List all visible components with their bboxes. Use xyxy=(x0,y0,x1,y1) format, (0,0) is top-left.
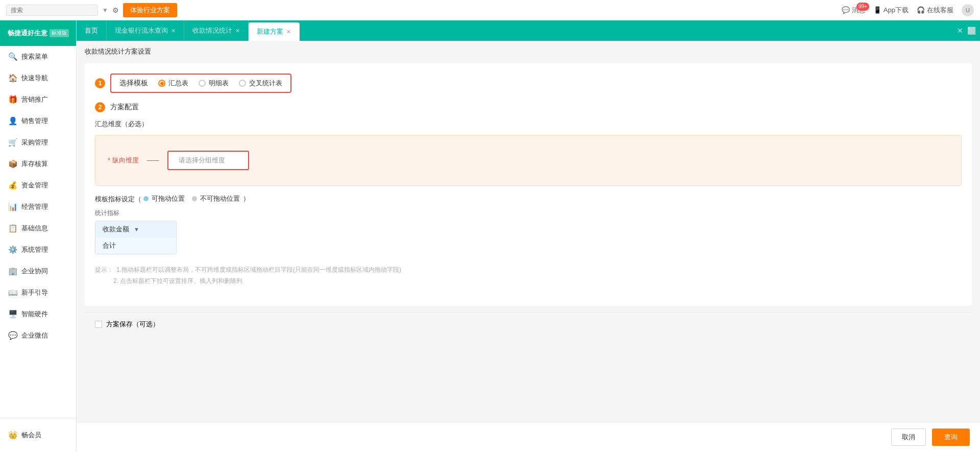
save-label: 方案保存（可选） xyxy=(106,320,159,329)
cancel-button[interactable]: 取消 xyxy=(891,429,926,446)
sidebar-item-search-menu[interactable]: 🔍 搜索菜单 xyxy=(0,46,76,67)
sidebar-label: 企业微信 xyxy=(21,331,48,340)
radio-detail-label: 明细表 xyxy=(209,79,229,88)
sidebar-item-capital[interactable]: 💰 资金管理 xyxy=(0,175,76,196)
sidebar-label: 资金管理 xyxy=(21,181,48,190)
sidebar-label: 营销推广 xyxy=(21,95,48,104)
gift-icon: 🎁 xyxy=(8,95,17,104)
sidebar-label: 库存核算 xyxy=(21,159,48,169)
sidebar-label: 销售管理 xyxy=(21,116,48,126)
logo-tag: 标准版 xyxy=(50,29,69,37)
sidebar-label: 畅会员 xyxy=(21,431,41,440)
radio-summary[interactable]: 汇总表 xyxy=(158,79,188,88)
tab-receipt-stats-close-icon[interactable]: ✕ xyxy=(235,28,240,34)
tip-label: 提示： xyxy=(95,265,113,276)
tab-new-plan-close-icon[interactable]: ✕ xyxy=(286,29,291,35)
col-header-text: 收款金额 xyxy=(103,225,129,234)
sidebar-label: 基础信息 xyxy=(21,224,48,233)
tab-bank-flow[interactable]: 现金银行流水查询 ✕ xyxy=(107,20,184,41)
service-btn[interactable]: 🎧 在线客服 xyxy=(917,6,953,15)
top-bar-left: ▼ ⚙ 体验行业方案 xyxy=(6,3,842,17)
tab-maximize-icon[interactable]: ⬜ xyxy=(967,27,976,35)
summary-dim-section: 汇总维度（必选） * 纵向维度 —— 请选择分组维度 xyxy=(95,120,962,287)
summary-dim-label-row: 汇总维度（必选） xyxy=(95,120,962,129)
save-row: 方案保存（可选） xyxy=(95,320,962,329)
page-title: 收款情况统计方案设置 xyxy=(85,47,972,56)
save-checkbox[interactable] xyxy=(95,321,102,328)
sidebar-label: 新手引导 xyxy=(21,288,48,297)
stats-body-cell: 合计 xyxy=(95,237,146,254)
sidebar-item-system[interactable]: ⚙️ 系统管理 xyxy=(0,239,76,260)
radio-summary-label: 汇总表 xyxy=(168,79,188,88)
stats-header-row: 收款金额 ▼ xyxy=(95,221,176,237)
message-btn[interactable]: 💬 消息 99+ xyxy=(842,6,865,15)
radio-cross[interactable]: 交叉统计表 xyxy=(239,79,282,88)
tab-new-plan-label: 新建方案 xyxy=(257,27,283,36)
template-selector-box: 选择模板 汇总表 明细表 xyxy=(110,74,291,93)
sidebar-item-beginner[interactable]: 📖 新手引导 xyxy=(0,282,76,303)
tab-bank-flow-close-icon[interactable]: ✕ xyxy=(171,28,176,34)
dimension-selector[interactable]: 请选择分组维度 xyxy=(167,151,249,170)
radio-cross-label: 交叉统计表 xyxy=(249,79,282,88)
dimension-row-label: * 纵向维度 xyxy=(108,156,139,165)
dropdown-arrow-icon[interactable]: ▼ xyxy=(102,7,108,14)
stats-header-cell[interactable]: 收款金额 ▼ xyxy=(95,221,146,237)
settings-gear-icon[interactable]: ⚙ xyxy=(112,6,119,14)
step2-num: 2 xyxy=(95,102,105,112)
clipboard-icon: 📋 xyxy=(8,224,17,233)
money-icon: 💰 xyxy=(8,181,17,190)
tab-new-plan[interactable]: 新建方案 ✕ xyxy=(249,22,300,41)
sidebar-item-management[interactable]: 📊 经营管理 xyxy=(0,196,76,218)
sidebar: 畅捷通好生意 标准版 🔍 搜索菜单 🏠 快速导航 🎁 营销推广 👤 销售管理 🛒… xyxy=(0,20,77,452)
sidebar-item-marketing[interactable]: 🎁 营销推广 xyxy=(0,89,76,110)
crown-icon: 👑 xyxy=(8,431,17,440)
save-section: 方案保存（可选） xyxy=(85,312,972,336)
tip-text-1: 2. 点击标题栏下拉可设置排序、插入列和删除列 xyxy=(113,276,242,287)
sidebar-item-basic-info[interactable]: 📋 基础信息 xyxy=(0,218,76,239)
radio-summary-circle xyxy=(158,80,165,87)
tab-bar: 首页 现金银行流水查询 ✕ 收款情况统计 ✕ 新建方案 ✕ ✕ ⬜ xyxy=(77,20,980,41)
sidebar-label: 搜索菜单 xyxy=(21,52,48,61)
tab-receipt-stats[interactable]: 收款情况统计 ✕ xyxy=(184,20,249,41)
sidebar-label: 智能硬件 xyxy=(21,310,48,319)
tip-text-0: 1.拖动标题栏可以调整布局，不可跨维度或指标区域拖动栏目字段(只能在同一维度或指… xyxy=(116,265,401,276)
sidebar-item-purchase[interactable]: 🛒 采购管理 xyxy=(0,132,76,153)
query-button[interactable]: 查询 xyxy=(932,429,970,446)
sidebar-label: 企业协同 xyxy=(21,267,48,276)
tips-section: 提示： 1.拖动标题栏可以调整布局，不可跨维度或指标区域拖动栏目字段(只能在同一… xyxy=(95,265,962,287)
tab-close-all-icon[interactable]: ✕ xyxy=(957,27,963,35)
step1-section: 1 选择模板 汇总表 明细 xyxy=(95,74,962,93)
top-search-input[interactable] xyxy=(6,5,98,16)
sidebar-item-corp-collab[interactable]: 🏢 企业协同 xyxy=(0,260,76,282)
metrics-header: 模板指标设定（ 可拖动位置 不可拖动位置 ） xyxy=(95,194,962,204)
user-avatar[interactable]: U xyxy=(962,4,974,16)
wechat-icon: 💬 xyxy=(8,331,17,340)
tab-home[interactable]: 首页 xyxy=(77,20,107,41)
bottom-bar: 取消 查询 xyxy=(77,422,980,452)
box-icon: 📦 xyxy=(8,159,17,169)
tab-home-label: 首页 xyxy=(85,26,98,35)
sidebar-item-smart-hw[interactable]: 🖥️ 智能硬件 xyxy=(0,303,76,325)
sidebar-item-sales[interactable]: 👤 销售管理 xyxy=(0,110,76,132)
step2-title: 方案配置 xyxy=(110,103,139,112)
col-dropdown-icon[interactable]: ▼ xyxy=(134,226,139,232)
sidebar-item-vip[interactable]: 👑 畅会员 xyxy=(0,424,76,446)
system-icon: ⚙️ xyxy=(8,245,17,254)
book-icon: 📖 xyxy=(8,288,17,297)
message-badge: 99+ xyxy=(856,3,869,11)
sidebar-item-quick-nav[interactable]: 🏠 快速导航 xyxy=(0,67,76,89)
tab-bank-flow-label: 现金银行流水查询 xyxy=(115,26,168,35)
industry-btn[interactable]: 体验行业方案 xyxy=(123,3,177,17)
radio-detail[interactable]: 明细表 xyxy=(199,79,229,88)
fixed-legend-dot xyxy=(192,196,197,201)
cart-icon: 🛒 xyxy=(8,138,17,147)
sidebar-item-corp-wechat[interactable]: 💬 企业微信 xyxy=(0,325,76,346)
sidebar-item-inventory[interactable]: 📦 库存核算 xyxy=(0,153,76,175)
main-layout: 畅捷通好生意 标准版 🔍 搜索菜单 🏠 快速导航 🎁 营销推广 👤 销售管理 🛒… xyxy=(0,20,980,452)
sidebar-label: 快速导航 xyxy=(21,74,48,83)
step1-num: 1 xyxy=(95,78,105,88)
download-btn[interactable]: 📱 App下载 xyxy=(873,6,909,15)
dimension-row: * 纵向维度 —— 请选择分组维度 xyxy=(108,151,249,170)
step2-header: 2 方案配置 xyxy=(95,102,962,112)
sidebar-label: 系统管理 xyxy=(21,245,48,254)
